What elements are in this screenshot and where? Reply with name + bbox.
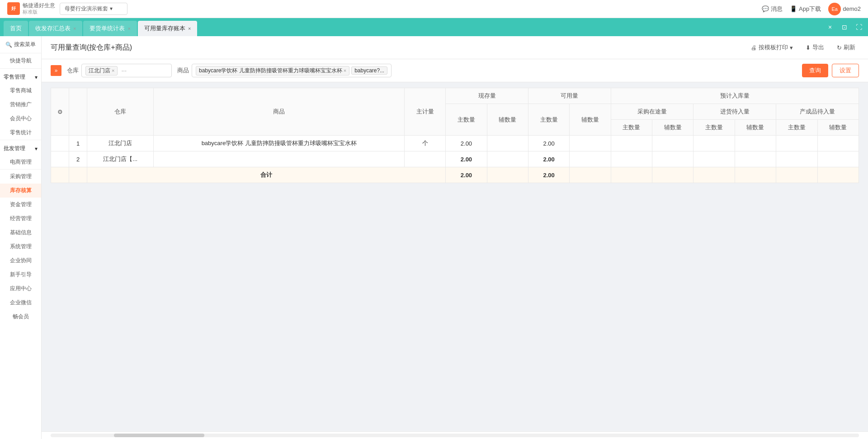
sidebar-item-vip[interactable]: 畅会员	[0, 310, 41, 324]
th-ip-sub: 辅数量	[735, 120, 776, 136]
sidebar-item-member-center[interactable]: 会员中心	[0, 112, 41, 126]
tab-available-stock[interactable]: 可用量库存账本 ×	[138, 21, 197, 36]
row1-current-sub	[487, 136, 528, 151]
row2-current-main: 2.00	[446, 151, 487, 167]
quick-nav-label: 快捷导航	[10, 57, 32, 65]
sidebar-quick-nav[interactable]: 快捷导航	[0, 53, 41, 69]
tab-home[interactable]: 首页	[4, 21, 28, 36]
row2-pp-main	[776, 151, 817, 167]
top-bar-right: 💬 消息 📱 App下载 Ea demo2	[762, 3, 861, 15]
query-btn[interactable]: 查询	[802, 64, 828, 77]
template-badge: 标准版	[23, 9, 55, 15]
sidebar-item-wecom[interactable]: 企业微信	[0, 296, 41, 310]
th-current-sub: 辅数量	[487, 104, 528, 136]
sidebar-wholesale-header[interactable]: 批发管理	[0, 140, 41, 155]
total-current-sub	[487, 167, 528, 183]
horizontal-scrollbar-track[interactable]	[51, 434, 859, 437]
message-icon: 💬	[762, 5, 769, 12]
sidebar-search[interactable]: 🔍 搜索菜单	[0, 36, 41, 53]
sidebar-item-marketing[interactable]: 营销推广	[0, 98, 41, 112]
th-pt-main: 主数量	[611, 120, 652, 136]
product-tag-input[interactable]: babycare学饮杯 儿童防摔防撞吸管杯重力球吸嘴杯宝宝水杯 × babyca…	[192, 64, 392, 77]
print-icon: 🖨	[751, 44, 757, 51]
settings-btn[interactable]: 设置	[832, 64, 859, 77]
th-current-stock: 现存量	[446, 88, 528, 104]
row1-warehouse: 江北门店	[87, 136, 154, 151]
sidebar-section-wholesale: 批发管理 电商管理	[0, 140, 41, 170]
message-btn[interactable]: 💬 消息	[762, 5, 783, 13]
tab-receive-summary-close[interactable]: ×	[73, 26, 76, 31]
th-pp-sub: 辅数量	[817, 120, 859, 136]
app-download-btn[interactable]: 📱 App下载	[790, 5, 821, 13]
avatar: Ea	[828, 3, 841, 15]
tab-available-stock-close[interactable]: ×	[188, 26, 191, 31]
export-label: 导出	[812, 43, 824, 52]
warehouse-tag-text: 江北门店	[89, 67, 110, 75]
sidebar-item-purchase[interactable]: 采购管理	[0, 170, 41, 184]
message-label: 消息	[771, 5, 783, 13]
page-header: 可用量查询(按仓库+商品) 🖨 按模板打印 ⬇ 导出 ↻ 刷新	[42, 36, 868, 59]
row2-ip-main	[693, 151, 735, 167]
row2-settings	[51, 151, 69, 167]
settings-gear-icon[interactable]: ⚙	[57, 109, 63, 115]
product-tag-1-close[interactable]: ×	[344, 68, 346, 73]
filter-expand-btn[interactable]: »	[51, 65, 61, 76]
tenant-select[interactable]: 母婴行业演示账套	[60, 3, 127, 15]
logo-icon: 好	[7, 2, 20, 15]
export-btn[interactable]: ⬇ 导出	[802, 42, 828, 53]
user-profile[interactable]: Ea demo2	[828, 3, 861, 15]
warehouse-tag-input[interactable]: 江北门店 × ···	[81, 64, 172, 77]
row2-pt-sub	[652, 151, 693, 167]
th-pt-sub: 辅数量	[652, 120, 693, 136]
sidebar-retail-header[interactable]: 零售管理	[0, 69, 41, 84]
sidebar-item-appcenter[interactable]: 应用中心	[0, 282, 41, 296]
sidebar-item-cooperation[interactable]: 企业协同	[0, 254, 41, 268]
tab-receive-summary-label: 收发存汇总表	[35, 24, 71, 33]
table-row: 2 江北门店【... 2.00 2.00	[51, 151, 859, 167]
total-ip-main	[693, 167, 735, 183]
sidebar-item-inventory[interactable]: 库存核算	[0, 184, 41, 198]
horizontal-scrollbar-thumb[interactable]	[114, 434, 204, 437]
refresh-btn[interactable]: ↻ 刷新	[833, 42, 859, 53]
row2-index: 2	[69, 151, 87, 167]
row2-warehouse: 江北门店【...	[87, 151, 154, 167]
export-icon: ⬇	[806, 44, 811, 51]
row2-pt-main	[611, 151, 652, 167]
tenant-name: 母婴行业演示账套	[65, 5, 108, 13]
total-label: 合计	[87, 167, 446, 183]
th-settings[interactable]: ⚙	[51, 88, 69, 136]
sidebar-item-system[interactable]: 系统管理	[0, 240, 41, 254]
tab-order-stats-close[interactable]: ×	[127, 26, 130, 31]
th-product: 商品	[154, 88, 404, 136]
close-all-tabs-btn[interactable]: ×	[825, 22, 835, 33]
page-header-actions: 🖨 按模板打印 ⬇ 导出 ↻ 刷新	[747, 42, 859, 53]
sidebar-item-newbie[interactable]: 新手引导	[0, 268, 41, 282]
total-current-main: 2.00	[446, 167, 487, 183]
sidebar-item-finance[interactable]: 资金管理	[0, 198, 41, 212]
sidebar-item-basics[interactable]: 基础信息	[0, 226, 41, 240]
template-print-btn[interactable]: 🖨 按模板打印	[747, 42, 797, 53]
sidebar-item-ecommerce[interactable]: 电商管理	[0, 155, 41, 169]
filter-bar: » 仓库 江北门店 × ··· 商品 babycare学饮杯 儿童防摔防撞吸管杯…	[42, 59, 868, 82]
sidebar-item-retail-stats[interactable]: 零售统计	[0, 126, 41, 140]
row1-pt-main	[611, 136, 652, 151]
row1-pp-main	[776, 136, 817, 151]
row1-settings	[51, 136, 69, 151]
tab-receive-summary[interactable]: 收发存汇总表 ×	[29, 21, 82, 36]
total-ip-sub	[735, 167, 776, 183]
top-bar-left: 好 畅捷通好生意 标准版 母婴行业演示账套	[7, 2, 127, 15]
sidebar-wholesale-label: 批发管理	[4, 145, 25, 152]
total-settings	[51, 167, 69, 183]
tab-order-stats[interactable]: 要货单统计表 ×	[83, 21, 137, 36]
fullscreen-btn[interactable]: ⛶	[854, 22, 864, 33]
th-ip-main: 主数量	[693, 120, 735, 136]
warehouse-tag-close[interactable]: ×	[112, 68, 114, 73]
warehouse-filter-dots[interactable]: ···	[119, 67, 128, 74]
sidebar-item-operations[interactable]: 经营管理	[0, 212, 41, 226]
total-avail-main: 2.00	[528, 167, 570, 183]
restore-window-btn[interactable]: ⊡	[839, 22, 850, 33]
table-row: 1 江北门店 babycare学饮杯 儿童防摔防撞吸管杯重力球吸嘴杯宝宝水杯 个…	[51, 136, 859, 151]
product-label: 商品	[177, 66, 189, 75]
sidebar-retail-toggle	[35, 74, 38, 80]
sidebar-item-retail-mall[interactable]: 零售商城	[0, 84, 41, 98]
